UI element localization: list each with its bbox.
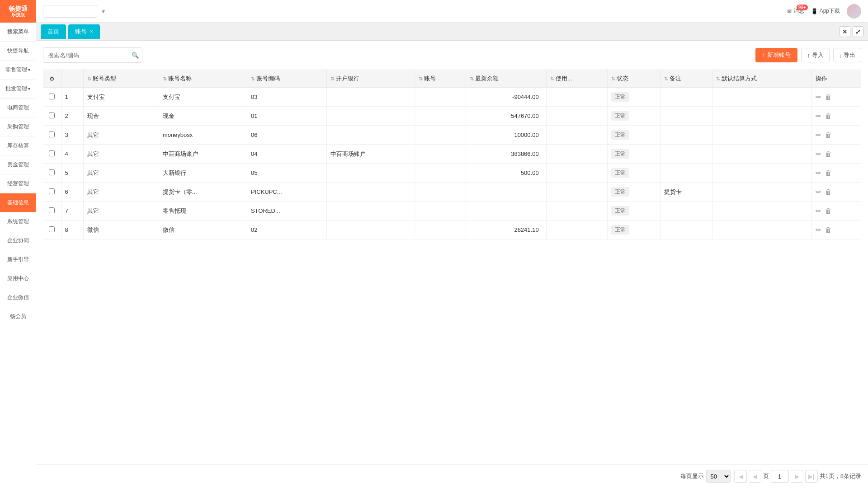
row-checkbox[interactable] (49, 94, 55, 99)
import-button[interactable]: ↑ 导入 (801, 48, 830, 62)
prev-page-button[interactable]: ◀ (749, 470, 761, 483)
row-checkbox[interactable] (49, 226, 55, 232)
app-download-button[interactable]: 📱 App下载 (811, 7, 840, 15)
row-settlement (712, 221, 812, 239)
sidebar-item-enterprise[interactable]: 企业协同 (0, 231, 36, 250)
delete-icon[interactable]: 🗑 (825, 188, 832, 196)
sidebar-item-system[interactable]: 系统管理 (0, 212, 36, 231)
col-balance[interactable]: 最新余额 (466, 70, 547, 88)
row-check[interactable] (43, 164, 61, 183)
close-tab-button[interactable]: ✕ (840, 26, 850, 37)
column-settings[interactable]: ⚙ (43, 70, 61, 88)
edit-icon[interactable]: ✏ (816, 169, 821, 177)
row-checkbox[interactable] (49, 207, 55, 213)
sidebar-item-member[interactable]: 畅会员 (0, 307, 36, 326)
tab-home[interactable]: 首页 (41, 24, 66, 39)
add-account-button[interactable]: + 新增账号 (755, 48, 797, 62)
row-account (415, 107, 466, 126)
search-button[interactable]: 🔍 (128, 48, 142, 62)
edit-icon[interactable]: ✏ (816, 188, 821, 196)
edit-icon[interactable]: ✏ (816, 150, 821, 158)
col-account[interactable]: 账号 (415, 70, 466, 88)
row-check[interactable] (43, 183, 61, 202)
delete-icon[interactable]: 🗑 (825, 226, 832, 234)
row-check[interactable] (43, 88, 61, 107)
edit-icon[interactable]: ✏ (816, 112, 821, 120)
maximize-tab-button[interactable]: ⤢ (853, 26, 863, 37)
col-status[interactable]: 状态 (608, 70, 660, 88)
main-area: ▾ ✉ 消息 99+ 📱 App下载 首页 账号 ✕ ✕ ⤢ (36, 0, 868, 488)
top-search-input[interactable] (43, 5, 97, 18)
sidebar-item-retail[interactable]: 零售管理 ▾ (0, 61, 36, 80)
row-status: 正常 (608, 107, 660, 126)
table-row: 1 支付宝 支付宝 03 -90444.00 正常 ✏ 🗑 (43, 88, 861, 107)
edit-icon[interactable]: ✏ (816, 226, 821, 234)
col-code[interactable]: 账号编码 (247, 70, 326, 88)
row-check[interactable] (43, 126, 61, 145)
col-type[interactable]: 账号类型 (84, 70, 159, 88)
row-bank (326, 88, 415, 107)
row-name: 大新银行 (159, 164, 247, 183)
messages-button[interactable]: ✉ 消息 99+ (787, 7, 804, 15)
row-account (415, 126, 466, 145)
page-input[interactable] (771, 470, 789, 483)
sidebar-item-app-center[interactable]: 应用中心 (0, 269, 36, 288)
delete-icon[interactable]: 🗑 (825, 112, 832, 120)
delete-icon[interactable]: 🗑 (825, 93, 832, 101)
sidebar-item-purchase[interactable]: 采购管理 (0, 117, 36, 136)
sidebar-item-operations[interactable]: 经营管理 (0, 174, 36, 193)
row-check[interactable] (43, 202, 61, 221)
edit-icon[interactable]: ✏ (816, 93, 821, 101)
delete-icon[interactable]: 🗑 (825, 169, 832, 177)
sidebar-item-wholesale[interactable]: 批发管理 ▾ (0, 80, 36, 99)
next-page-button[interactable]: ▶ (791, 470, 803, 483)
sidebar-item-search-menu[interactable]: 搜索菜单 (0, 23, 36, 42)
delete-icon[interactable]: 🗑 (825, 207, 832, 215)
row-checkbox[interactable] (49, 188, 55, 194)
col-settlement[interactable]: 默认结算方式 (712, 70, 812, 88)
col-bank[interactable]: 开户银行 (326, 70, 415, 88)
edit-icon[interactable]: ✏ (816, 207, 821, 215)
row-check[interactable] (43, 107, 61, 126)
search-input[interactable] (43, 48, 128, 62)
status-badge: 正常 (611, 168, 629, 178)
row-balance: 500.00 (466, 164, 547, 183)
delete-icon[interactable]: 🗑 (825, 150, 832, 158)
tab-close-icon[interactable]: ✕ (90, 29, 93, 34)
col-name[interactable]: 账号名称 (159, 70, 247, 88)
row-index: 8 (61, 221, 84, 239)
sidebar-item-guide[interactable]: 新手引导 (0, 250, 36, 269)
col-remark[interactable]: 备注 (660, 70, 712, 88)
row-checkbox[interactable] (49, 169, 55, 175)
page-size-select[interactable]: 50 100 200 (706, 470, 731, 483)
row-check[interactable] (43, 145, 61, 164)
row-settlement (712, 126, 812, 145)
row-usage (546, 145, 607, 164)
sidebar-item-basic-info[interactable]: 基础信息 (0, 193, 36, 212)
last-page-button[interactable]: ▶| (805, 470, 818, 483)
row-checkbox[interactable] (49, 150, 55, 156)
row-balance (466, 183, 547, 202)
row-name: 零售抵现 (159, 202, 247, 221)
sidebar-item-finance[interactable]: 资金管理 (0, 155, 36, 174)
delete-icon[interactable]: 🗑 (825, 131, 832, 139)
sidebar-item-ecommerce[interactable]: 电商管理 (0, 99, 36, 117)
row-checkbox[interactable] (49, 131, 55, 137)
row-type: 微信 (84, 221, 159, 239)
edit-icon[interactable]: ✏ (816, 131, 821, 139)
user-avatar[interactable] (847, 4, 861, 19)
status-badge: 正常 (611, 130, 629, 140)
row-bank (326, 202, 415, 221)
row-status: 正常 (608, 202, 660, 221)
row-check[interactable] (43, 221, 61, 239)
topbar: ▾ ✉ 消息 99+ 📱 App下载 (36, 0, 868, 23)
sidebar-item-inventory[interactable]: 库存核算 (0, 136, 36, 155)
row-settlement (712, 107, 812, 126)
export-button[interactable]: ↓ 导出 (833, 48, 862, 62)
sidebar-item-wechat[interactable]: 企业微信 (0, 288, 36, 307)
sidebar-item-quick-nav[interactable]: 快捷导航 (0, 42, 36, 61)
col-usage[interactable]: 使用... (546, 70, 607, 88)
tab-accounts[interactable]: 账号 ✕ (68, 24, 100, 39)
row-checkbox[interactable] (49, 113, 55, 118)
first-page-button[interactable]: |◀ (734, 470, 747, 483)
